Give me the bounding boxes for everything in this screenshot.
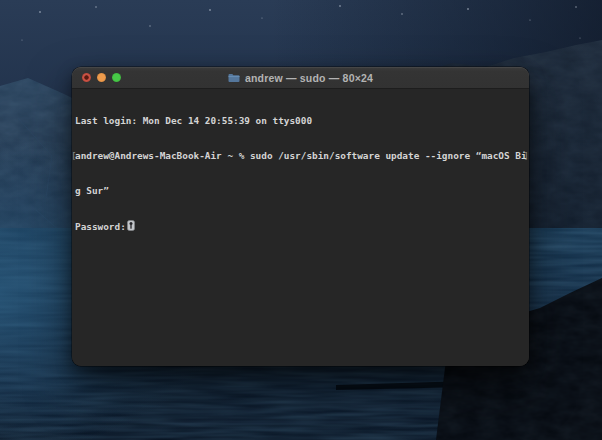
terminal-line-last-login: Last login: Mon Dec 14 20:55:39 on ttys0… bbox=[75, 115, 526, 127]
terminal-line-command-wrap: g Sur” bbox=[75, 185, 526, 197]
terminal-line-command: [andrew@Andrews-MacBook-Air ~ % sudo /us… bbox=[75, 150, 526, 162]
password-prompt-text: Password: bbox=[75, 220, 126, 231]
desktop: andrew — sudo — 80×24 Last login: Mon De… bbox=[0, 0, 602, 440]
minimize-button[interactable] bbox=[97, 73, 106, 82]
close-button[interactable] bbox=[82, 73, 91, 82]
key-icon bbox=[127, 220, 135, 234]
folder-icon bbox=[228, 73, 240, 83]
last-login-text: Last login: Mon Dec 14 20:55:39 on ttys0… bbox=[75, 115, 312, 126]
prompt-mark-close: ] bbox=[523, 150, 529, 162]
window-title: andrew — sudo — 80×24 bbox=[245, 72, 373, 84]
terminal-window: andrew — sudo — 80×24 Last login: Mon De… bbox=[72, 67, 529, 366]
zoom-button[interactable] bbox=[112, 73, 121, 82]
command-wrap-text: g Sur” bbox=[75, 185, 109, 196]
window-controls bbox=[82, 67, 121, 88]
command-text: andrew@Andrews-MacBook-Air ~ % sudo /usr… bbox=[75, 150, 527, 161]
window-title-group: andrew — sudo — 80×24 bbox=[72, 67, 529, 88]
terminal-content[interactable]: Last login: Mon Dec 14 20:55:39 on ttys0… bbox=[72, 89, 529, 366]
prompt-mark-open: [ bbox=[71, 150, 77, 162]
window-titlebar[interactable]: andrew — sudo — 80×24 bbox=[72, 67, 529, 89]
terminal-line-password[interactable]: Password: bbox=[75, 220, 526, 234]
